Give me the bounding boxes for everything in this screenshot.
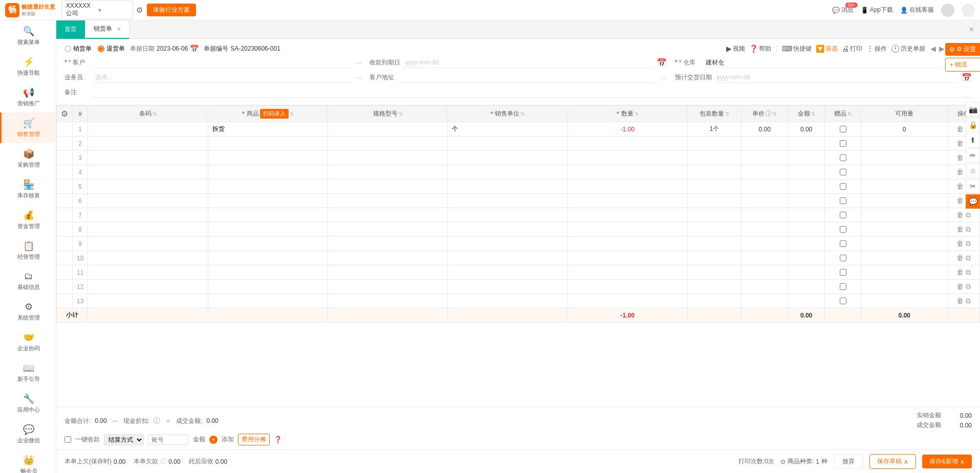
settings-gear-icon[interactable]: ⚙ [136, 6, 143, 15]
delete-row-btn[interactable]: 🗑 [956, 153, 964, 162]
barcode-input[interactable] [92, 169, 203, 176]
qty-input[interactable] [572, 212, 683, 219]
delete-row-btn[interactable]: 🗑 [956, 282, 964, 291]
copy-row-btn[interactable]: ⧉ [966, 282, 971, 291]
qty-input[interactable] [572, 183, 683, 190]
spec-input[interactable] [332, 226, 443, 233]
qty-input[interactable] [572, 169, 683, 176]
date-value[interactable]: 2023-06-06 [157, 45, 188, 52]
nav-prev-btn[interactable]: ◀ [929, 44, 937, 53]
side-action-chat[interactable]: 💬 [966, 194, 980, 209]
customer-input[interactable] [93, 57, 352, 68]
product-input[interactable] [212, 140, 323, 147]
row-amount[interactable] [788, 222, 825, 237]
scan-btn[interactable]: 扫码录入 [260, 109, 289, 119]
save-new-btn[interactable]: 保存&新增 ∧ [922, 455, 972, 468]
product-input[interactable] [212, 183, 323, 190]
barcode-input[interactable] [92, 298, 203, 305]
spec-input[interactable] [332, 283, 443, 290]
row-amount[interactable] [788, 194, 825, 208]
side-action-lock[interactable]: 🔒 [966, 118, 980, 132]
row-price[interactable] [742, 179, 788, 194]
row-unit[interactable] [448, 122, 568, 137]
row-pkg-qty[interactable] [687, 194, 741, 208]
expected-date-input[interactable] [715, 72, 957, 83]
row-barcode[interactable] [88, 222, 208, 237]
row-amount[interactable]: 0.00 [788, 122, 825, 137]
sidebar-item-guide[interactable]: 📖 新手引导 [0, 357, 56, 388]
row-spec[interactable] [328, 280, 447, 294]
row-price[interactable] [742, 294, 788, 308]
qty-input[interactable] [572, 240, 683, 247]
sidebar-item-inventory[interactable]: 🏪 库存核算 [0, 174, 56, 205]
row-amount[interactable] [788, 137, 825, 151]
note-input[interactable] [93, 87, 972, 98]
product-input[interactable] [212, 126, 323, 133]
qty-input[interactable] [572, 269, 683, 276]
sort-icon-price[interactable]: ⇅ [773, 111, 777, 117]
payment-date-input[interactable] [403, 57, 652, 68]
discount-help-icon[interactable]: ⓘ [154, 416, 160, 425]
barcode-input[interactable] [92, 197, 203, 205]
row-barcode[interactable] [88, 151, 208, 165]
sidebar-item-wechat[interactable]: 💬 企业微信 [0, 419, 56, 449]
product-input[interactable] [212, 226, 323, 233]
sidebar-item-app-center[interactable]: 🔧 应用中心 [0, 388, 56, 419]
sidebar-item-system[interactable]: ⚙ 系统管理 [0, 296, 56, 327]
product-input[interactable] [212, 255, 323, 262]
copy-row-btn[interactable]: ⧉ [966, 254, 971, 262]
row-spec[interactable] [328, 165, 447, 179]
row-unit[interactable] [448, 137, 568, 151]
barcode-input[interactable] [92, 255, 203, 262]
owe-help-icon[interactable]: ⓘ [160, 457, 166, 466]
row-amount[interactable] [788, 280, 825, 294]
delete-row-btn[interactable]: 🗑 [956, 196, 964, 205]
spec-input[interactable] [332, 298, 443, 305]
unit-input[interactable] [452, 212, 563, 219]
trial-btn[interactable]: 体验行业方案 [147, 4, 196, 16]
row-qty[interactable] [568, 208, 687, 222]
row-qty[interactable] [568, 265, 687, 280]
product-input[interactable] [212, 298, 323, 305]
expected-date-dots[interactable]: 📅 [962, 73, 972, 82]
row-pkg-qty[interactable] [687, 208, 741, 222]
settings-float-btn[interactable]: ⚙ ⚙ 设置 [945, 43, 980, 56]
row-product[interactable] [208, 165, 328, 179]
tab-close-icon[interactable]: × [117, 26, 121, 33]
video-btn[interactable]: ▶ 视频 [726, 44, 745, 53]
fee-method-btn[interactable]: 费用分摊 [238, 434, 270, 445]
sort-icon-product[interactable]: ⇅ [290, 111, 294, 117]
delete-row-btn[interactable]: 🗑 [956, 211, 964, 219]
row-product[interactable] [208, 122, 328, 137]
help-btn[interactable]: ❓ 帮助 [749, 44, 771, 53]
row-spec[interactable] [328, 179, 447, 194]
copy-row-btn[interactable]: ⧉ [966, 225, 971, 234]
message-btn[interactable]: 💬 消息 99+ [832, 6, 854, 14]
row-product[interactable] [208, 251, 328, 265]
address-dots[interactable]: ··· [662, 74, 667, 81]
unit-input[interactable] [452, 283, 563, 290]
row-pkg-qty[interactable] [687, 137, 741, 151]
row-barcode[interactable] [88, 179, 208, 194]
sidebar-item-member[interactable]: 👑 畅会员 [0, 449, 56, 473]
row-price[interactable] [742, 151, 788, 165]
row-product[interactable] [208, 222, 328, 237]
barcode-input[interactable] [92, 154, 203, 162]
delete-row-btn[interactable]: 🗑 [956, 268, 964, 277]
row-spec[interactable] [328, 208, 447, 222]
side-action-upload[interactable]: ⬆ [966, 133, 980, 147]
unit-input[interactable] [452, 169, 563, 176]
row-product[interactable] [208, 294, 328, 308]
action-btn[interactable]: ⋮ 操作 [866, 44, 887, 53]
sort-icon-spec[interactable]: ⇅ [399, 111, 403, 117]
row-amount[interactable] [788, 165, 825, 179]
side-action-camera[interactable]: 📷 [966, 102, 980, 117]
row-unit[interactable] [448, 208, 568, 222]
row-pkg-qty[interactable] [687, 237, 741, 251]
barcode-input[interactable] [92, 226, 203, 233]
spec-input[interactable] [332, 212, 443, 219]
row-barcode[interactable] [88, 280, 208, 294]
row-gift[interactable] [824, 208, 861, 222]
row-spec[interactable] [328, 251, 447, 265]
side-action-scissor[interactable]: ✂ [966, 179, 980, 193]
